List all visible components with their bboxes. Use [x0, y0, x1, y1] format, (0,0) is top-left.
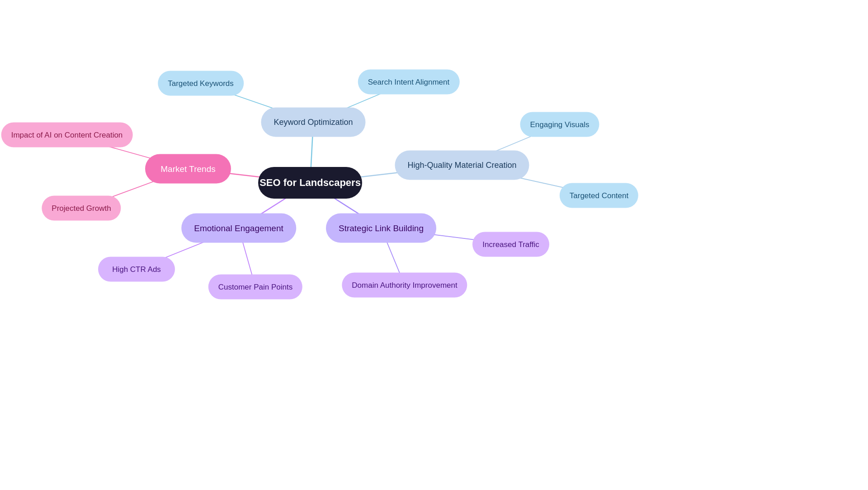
node-market-trends[interactable]: Market Trends [145, 154, 231, 184]
node-emotional-engagement[interactable]: Emotional Engagement [181, 214, 296, 243]
node-increased-traffic[interactable]: Increased Traffic [472, 232, 549, 257]
node-search-intent[interactable]: Search Intent Alignment [358, 70, 460, 95]
node-targeted-content[interactable]: Targeted Content [560, 183, 638, 208]
node-projected-growth[interactable]: Projected Growth [42, 196, 121, 221]
node-high-ctr[interactable]: High CTR Ads [98, 257, 175, 282]
node-targeted-keywords[interactable]: Targeted Keywords [158, 71, 244, 96]
node-impact-ai[interactable]: Impact of AI on Content Creation [1, 123, 133, 147]
node-engaging-visuals[interactable]: Engaging Visuals [520, 112, 599, 137]
mindmap-container: SEO for LandscapersKeyword OptimizationT… [0, 0, 868, 490]
node-domain-authority[interactable]: Domain Authority Improvement [342, 273, 467, 298]
node-customer-pain[interactable]: Customer Pain Points [208, 275, 302, 300]
center-node[interactable]: SEO for Landscapers [258, 167, 362, 199]
node-strategic-link[interactable]: Strategic Link Building [326, 214, 436, 243]
node-keyword-optimization[interactable]: Keyword Optimization [261, 108, 365, 137]
node-high-quality[interactable]: High-Quality Material Creation [395, 151, 529, 180]
